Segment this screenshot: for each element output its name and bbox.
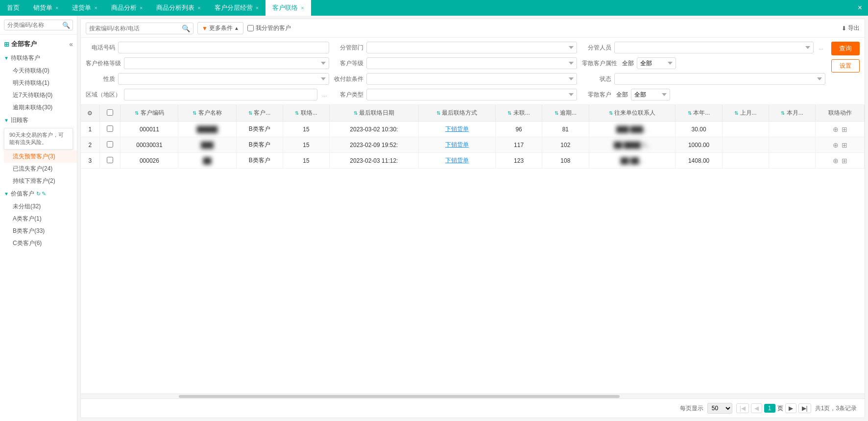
settings-col-header[interactable]: ⚙ (81, 105, 99, 122)
close-tab-purchase-icon[interactable]: × (94, 0, 97, 16)
search-button[interactable]: 查询 (831, 42, 860, 55)
status-select[interactable] (614, 73, 825, 85)
window-close-button[interactable]: × (852, 3, 868, 12)
tab-product-analysis[interactable]: 商品分析 × (104, 0, 149, 16)
more-filter-button[interactable]: ▼ 更多条件 ▲ (197, 22, 243, 34)
tab-customer-tier[interactable]: 客户分层经营 × (208, 0, 265, 16)
refresh-icon[interactable]: ↻ (36, 191, 41, 197)
row-last-method[interactable]: 下销货单 (418, 122, 495, 137)
row-last-method[interactable]: 下销货单 (418, 153, 495, 169)
tab-home[interactable]: 首页 (0, 0, 26, 16)
action-more-icon[interactable]: ⊞ (842, 125, 847, 133)
tab-product-analysis-list[interactable]: 商品分析列表 × (149, 0, 207, 16)
tab-sales[interactable]: 销货单 × (26, 0, 65, 16)
sidebar-item-overdue[interactable]: 逾期未联络(30) (4, 101, 77, 114)
select-all-checkbox[interactable] (107, 109, 113, 116)
search-input[interactable] (89, 25, 182, 32)
col-uncontact[interactable]: ⇅ 未联... (495, 105, 542, 122)
sidebar-item-tomorrow[interactable]: 明天待联络(1) (4, 77, 77, 89)
payment-select[interactable] (366, 73, 578, 85)
my-customers-check[interactable] (247, 25, 254, 31)
sidebar-group-old[interactable]: ▼ 旧顾客 (0, 114, 77, 127)
sidebar-collapse-icon[interactable]: « (69, 40, 73, 48)
scatter-customer-select[interactable]: 全部 (631, 89, 670, 100)
col-last-date[interactable]: ⇅ 最后联络日期 (330, 105, 418, 122)
close-tab-product-analysis-icon[interactable]: × (140, 0, 143, 16)
sidebar-all-customers[interactable]: ⊞ 全部客户 « (0, 37, 77, 51)
col-code[interactable]: ⇅ 客户编码 (121, 105, 178, 122)
sidebar-item-churned[interactable]: 已流失客户(24) (4, 163, 77, 175)
settings-button[interactable]: 设置 (831, 59, 860, 73)
dept-select[interactable] (366, 42, 578, 53)
row-name: █████ (178, 122, 236, 137)
sidebar-item-class-a[interactable]: A类客户(1) (4, 213, 77, 225)
sidebar-item-declining[interactable]: 持续下滑客户(2) (4, 175, 77, 187)
edit-icon[interactable]: ✎ (42, 191, 46, 197)
row-checkbox[interactable] (107, 157, 113, 163)
close-tab-product-analysis-list-icon[interactable]: × (197, 0, 200, 16)
region-more-icon[interactable]: ... (320, 91, 329, 98)
row-checkbox[interactable] (107, 141, 113, 148)
tab-customer-contact[interactable]: 客户联络 × (265, 0, 311, 16)
scrollbar-thumb[interactable] (179, 395, 620, 398)
toolbar-search-icon[interactable]: 🔍 (182, 25, 190, 32)
row-checkbox-cell[interactable] (99, 122, 120, 137)
row-checkbox-cell[interactable] (99, 137, 120, 153)
col-contact-count[interactable]: ⇅ 联络... (283, 105, 329, 122)
row-checkbox-cell[interactable] (99, 153, 120, 169)
close-tab-customer-contact-icon[interactable]: × (301, 0, 304, 16)
sidebar-group-pending[interactable]: ▼ 待联络客户 (0, 51, 77, 65)
row-last-method[interactable]: 下销货单 (418, 137, 495, 153)
filter-status: 状态 (582, 73, 825, 85)
checkbox-col-header[interactable] (99, 105, 120, 122)
prev-page-button[interactable]: ◀ (751, 403, 762, 413)
nature-select[interactable] (118, 73, 329, 85)
scatter-attr-select[interactable]: 全部 (637, 57, 676, 69)
first-page-button[interactable]: |◀ (736, 403, 749, 413)
col-year-amount[interactable]: ⇅ 本年... (675, 105, 722, 122)
sidebar-item-today[interactable]: 今天待联络(0) (4, 65, 77, 77)
tab-purchase[interactable]: 进货单 × (65, 0, 104, 16)
current-page: 1 (764, 404, 775, 413)
col-liaison[interactable]: ⇅ 往来单位联系人 (589, 105, 675, 122)
horizontal-scrollbar[interactable] (81, 394, 865, 398)
next-page-button[interactable]: ▶ (785, 403, 796, 413)
col-overdue[interactable]: ⇅ 逾期... (542, 105, 589, 122)
sidebar-item-class-c[interactable]: C类客户(6) (4, 237, 77, 249)
action-contact-icon[interactable]: ⊕ (833, 141, 839, 149)
customer-type-select[interactable] (366, 89, 578, 100)
person-more-icon[interactable]: ... (817, 44, 825, 51)
customers-table: ⚙ ⇅ 客户编码 ⇅ 客户名称 (81, 105, 865, 169)
col-this-month[interactable]: ⇅ 本月... (769, 105, 816, 122)
close-tab-sales-icon[interactable]: × (55, 0, 58, 16)
sidebar-item-7days[interactable]: 近7天待联络(0) (4, 89, 77, 101)
action-more-icon[interactable]: ⊞ (842, 157, 847, 165)
sidebar-item-churn-warning[interactable]: 流失预警客户(3) (4, 150, 77, 163)
page-size-select[interactable]: 50 100 200 (707, 403, 732, 414)
phone-input[interactable] (118, 42, 329, 53)
last-page-button[interactable]: ▶| (798, 403, 811, 413)
customer-grade-select[interactable] (366, 57, 578, 69)
price-grade-select[interactable] (124, 57, 329, 69)
close-tab-customer-tier-icon[interactable]: × (256, 0, 259, 16)
region-input[interactable] (124, 89, 317, 100)
col-last-method[interactable]: ⇅ 最后联络方式 (418, 105, 495, 122)
filter-row-3: 性质 收付款条件 状态 (86, 73, 825, 85)
export-button[interactable]: ⬇ 导出 (842, 24, 860, 32)
sort-icon-uncontact: ⇅ (507, 110, 511, 116)
my-customers-checkbox[interactable]: 我分管的客户 (247, 24, 291, 32)
sidebar-item-class-b[interactable]: B类客户(33) (4, 225, 77, 237)
sidebar-group-value[interactable]: ▼ 价值客户 ↻ ✎ (0, 187, 77, 200)
col-type[interactable]: ⇅ 客户... (236, 105, 283, 122)
person-select[interactable] (614, 42, 814, 53)
action-more-icon[interactable]: ⊞ (842, 141, 847, 149)
row-last-date: 2023-02-03 11:12: (330, 153, 418, 169)
col-name[interactable]: ⇅ 客户名称 (178, 105, 236, 122)
col-last-month[interactable]: ⇅ 上月... (722, 105, 769, 122)
row-checkbox[interactable] (107, 125, 113, 132)
sidebar-item-ungrouped[interactable]: 未分组(32) (4, 200, 77, 213)
action-contact-icon[interactable]: ⊕ (833, 157, 839, 165)
pagination-nav: |◀ ◀ 1 页 ▶ ▶| (736, 403, 811, 413)
col-settings-icon[interactable]: ⚙ (87, 110, 93, 117)
action-contact-icon[interactable]: ⊕ (833, 125, 839, 133)
